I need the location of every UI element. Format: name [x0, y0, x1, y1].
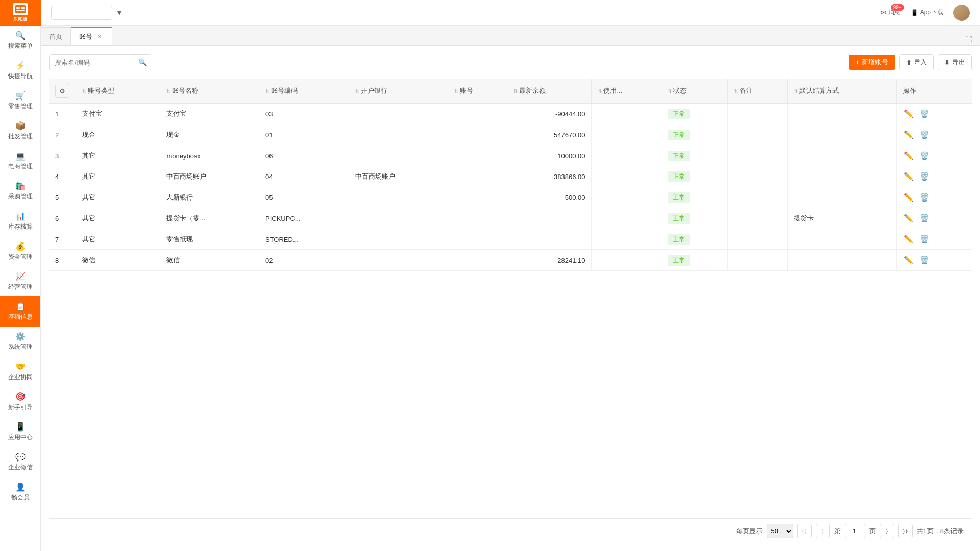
cell-default-settlement [787, 124, 896, 145]
col-balance[interactable]: ⇅最新余额 [507, 79, 592, 104]
sidebar-item-finance[interactable]: 💰 资金管理 [0, 236, 40, 266]
sidebar-item-purchase[interactable]: 🛍️ 采购管理 [0, 176, 40, 206]
cell-action: ✏️ 🗑️ [896, 124, 972, 145]
cell-usage [592, 250, 662, 271]
sidebar-item-ecommerce[interactable]: 💻 电商管理 [0, 146, 40, 176]
cell-type: 其它 [76, 166, 160, 187]
col-settings[interactable]: ⚙ [49, 79, 76, 104]
cell-account [448, 187, 507, 208]
sidebar-item-wholesale-label: 批发管理 [8, 132, 33, 141]
col-remark[interactable]: ⇅备注 [728, 79, 788, 104]
cell-name: 中百商场账户 [160, 166, 259, 187]
sidebar-item-enterprise-agreement[interactable]: 🤝 企业协同 [0, 357, 40, 387]
user-avatar[interactable] [953, 5, 970, 21]
tab-account[interactable]: 账号 ✕ [71, 27, 112, 45]
page-size-select[interactable]: 50 10 20 100 [767, 524, 793, 538]
sidebar-item-app-center[interactable]: 📱 应用中心 [0, 417, 40, 447]
app-download-icon: 📱 [911, 9, 918, 16]
tab-minimize-button[interactable]: — [948, 33, 961, 45]
message-badge: 99+ [891, 4, 904, 11]
logo-icon [13, 3, 28, 15]
tab-account-close[interactable]: ✕ [95, 33, 104, 41]
search-button[interactable]: 🔍 [138, 58, 147, 66]
edit-button[interactable]: ✏️ [903, 234, 915, 245]
tab-home[interactable]: 首页 [41, 27, 71, 45]
cell-status: 正常 [662, 166, 728, 187]
sidebar-item-quick-nav[interactable]: ⚡ 快捷导航 [0, 56, 40, 86]
dropdown-button[interactable]: ▾ [117, 8, 121, 17]
cell-bank [349, 145, 448, 166]
cell-status: 正常 [662, 124, 728, 145]
cell-usage [592, 104, 662, 124]
sidebar-item-enterprise-wechat[interactable]: 💬 企业微信 [0, 447, 40, 477]
page-next-button[interactable]: ⟩ [880, 524, 894, 538]
page-number-input[interactable] [845, 524, 865, 538]
column-settings-icon[interactable]: ⚙ [55, 84, 69, 98]
col-account[interactable]: ⇅账号 [448, 79, 507, 104]
sidebar-item-wholesale-mgmt[interactable]: 📦 批发管理 [0, 116, 40, 146]
delete-button[interactable]: 🗑️ [919, 108, 930, 119]
cell-code: 04 [259, 166, 349, 187]
sidebar-item-search-menu[interactable]: 🔍 搜索菜单 [0, 26, 40, 56]
delete-button[interactable]: 🗑️ [919, 255, 930, 266]
cell-usage [592, 166, 662, 187]
delete-button[interactable]: 🗑️ [919, 171, 930, 182]
delete-button[interactable]: 🗑️ [919, 129, 930, 140]
col-code[interactable]: ⇅账号编码 [259, 79, 349, 104]
cell-usage [592, 187, 662, 208]
col-status[interactable]: ⇅状态 [662, 79, 728, 104]
status-badge: 正常 [668, 255, 690, 266]
cell-status: 正常 [662, 229, 728, 250]
sidebar-item-basic-info[interactable]: 📋 基础信息 [0, 296, 40, 327]
cell-code: 01 [259, 124, 349, 145]
edit-button[interactable]: ✏️ [903, 255, 915, 266]
cell-account [448, 208, 507, 229]
page-first-button[interactable]: ⟨⟨ [797, 524, 812, 538]
inventory-icon: 📊 [15, 211, 26, 221]
import-button[interactable]: ⬆ 导入 [899, 54, 934, 70]
edit-button[interactable]: ✏️ [903, 129, 915, 140]
cell-name: 大新银行 [160, 187, 259, 208]
tab-maximize-button[interactable]: ⛶ [963, 33, 975, 45]
cell-bank: 中百商场账户 [349, 166, 448, 187]
new-account-button[interactable]: + 新增账号 [849, 55, 895, 70]
delete-button[interactable]: 🗑️ [919, 234, 930, 245]
sidebar-item-system[interactable]: ⚙️ 系统管理 [0, 327, 40, 357]
account-search-input[interactable] [49, 54, 151, 70]
col-default-settlement[interactable]: ⇅默认结算方式 [787, 79, 896, 104]
sidebar-item-inventory-label: 库存核算 [8, 222, 33, 231]
edit-button[interactable]: ✏️ [903, 108, 915, 119]
action-buttons: ✏️ 🗑️ [903, 192, 966, 203]
delete-button[interactable]: 🗑️ [919, 192, 930, 203]
svg-rect-2 [21, 7, 24, 9]
cell-code: 03 [259, 104, 349, 124]
app-download-button[interactable]: 📱 App下载 [911, 8, 943, 17]
edit-button[interactable]: ✏️ [903, 213, 915, 224]
sidebar-item-retail-mgmt[interactable]: 🛒 零售管理 [0, 86, 40, 116]
sidebar-item-operations[interactable]: 📈 经营管理 [0, 266, 40, 296]
top-search-input[interactable] [51, 6, 112, 20]
cell-type: 其它 [76, 145, 160, 166]
page-prev-button[interactable]: ⟨ [816, 524, 830, 538]
delete-button[interactable]: 🗑️ [919, 150, 930, 161]
export-button[interactable]: ⬇ 导出 [938, 54, 972, 70]
table-row: 5 其它 大新银行 05 500.00 正常 ✏️ 🗑️ [49, 187, 972, 208]
sidebar-item-member[interactable]: 👤 畅会员 [0, 477, 40, 507]
edit-button[interactable]: ✏️ [903, 171, 915, 182]
col-usage[interactable]: ⇅使用... [592, 79, 662, 104]
tab-home-label: 首页 [49, 32, 62, 41]
sidebar-item-new-guide[interactable]: 🎯 新手引导 [0, 387, 40, 417]
edit-button[interactable]: ✏️ [903, 150, 915, 161]
action-buttons: ✏️ 🗑️ [903, 213, 966, 224]
pagination: 每页显示 50 10 20 100 ⟨⟨ ⟨ 第 页 ⟩ ⟩⟩ 共1页，8条记录 [49, 518, 972, 543]
edit-button[interactable]: ✏️ [903, 192, 915, 203]
cell-code: 05 [259, 187, 349, 208]
page-last-button[interactable]: ⟩⟩ [898, 524, 913, 538]
col-name[interactable]: ⇅账号名称 [160, 79, 259, 104]
message-button[interactable]: ✉ 消息 99+ [881, 8, 900, 17]
delete-button[interactable]: 🗑️ [919, 213, 930, 224]
sidebar-item-inventory[interactable]: 📊 库存核算 [0, 206, 40, 236]
cell-action: ✏️ 🗑️ [896, 250, 972, 271]
col-type[interactable]: ⇅账号类型 [76, 79, 160, 104]
col-bank[interactable]: ⇅开户银行 [349, 79, 448, 104]
